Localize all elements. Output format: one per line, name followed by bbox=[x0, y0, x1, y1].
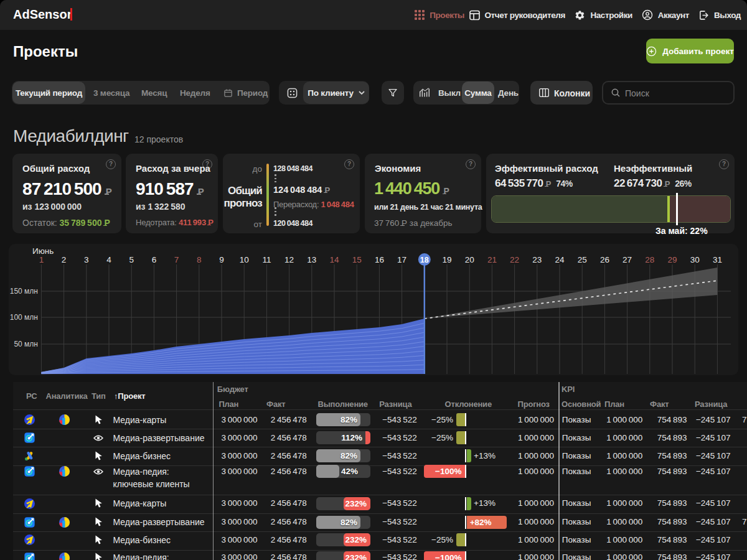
svg-text:29: 29 bbox=[667, 255, 677, 264]
svg-text:12: 12 bbox=[284, 255, 294, 264]
svg-text:26: 26 bbox=[600, 255, 609, 264]
svg-text:100 млн: 100 млн bbox=[10, 313, 38, 322]
svg-text:24: 24 bbox=[555, 255, 565, 264]
svg-text:28: 28 bbox=[645, 255, 654, 264]
svg-text:20: 20 bbox=[465, 255, 474, 264]
svg-text:22: 22 bbox=[510, 255, 519, 264]
svg-text:1: 1 bbox=[39, 255, 44, 264]
svg-text:30: 30 bbox=[690, 255, 700, 264]
svg-text:14: 14 bbox=[329, 255, 339, 264]
svg-text:17: 17 bbox=[397, 255, 406, 264]
svg-text:10: 10 bbox=[240, 255, 249, 264]
svg-text:27: 27 bbox=[622, 255, 632, 264]
svg-text:25: 25 bbox=[578, 255, 587, 264]
svg-text:23: 23 bbox=[532, 255, 542, 264]
svg-text:16: 16 bbox=[375, 255, 384, 264]
svg-text:50 млн: 50 млн bbox=[14, 340, 38, 348]
svg-text:4: 4 bbox=[106, 255, 111, 264]
svg-text:6: 6 bbox=[152, 255, 157, 264]
svg-text:3: 3 bbox=[84, 255, 89, 264]
svg-text:5: 5 bbox=[129, 255, 134, 264]
svg-text:13: 13 bbox=[307, 255, 316, 264]
svg-text:19: 19 bbox=[442, 255, 451, 264]
svg-text:7: 7 bbox=[174, 255, 179, 264]
svg-text:15: 15 bbox=[352, 255, 362, 264]
svg-text:21: 21 bbox=[487, 255, 497, 264]
svg-text:31: 31 bbox=[713, 255, 722, 264]
svg-text:8: 8 bbox=[197, 255, 202, 264]
svg-text:150 млн: 150 млн bbox=[10, 287, 38, 296]
svg-text:Июнь: Июнь bbox=[32, 246, 54, 256]
svg-text:18: 18 bbox=[420, 256, 429, 264]
svg-text:11: 11 bbox=[262, 255, 271, 264]
svg-text:9: 9 bbox=[219, 255, 224, 264]
svg-text:2: 2 bbox=[62, 255, 67, 264]
